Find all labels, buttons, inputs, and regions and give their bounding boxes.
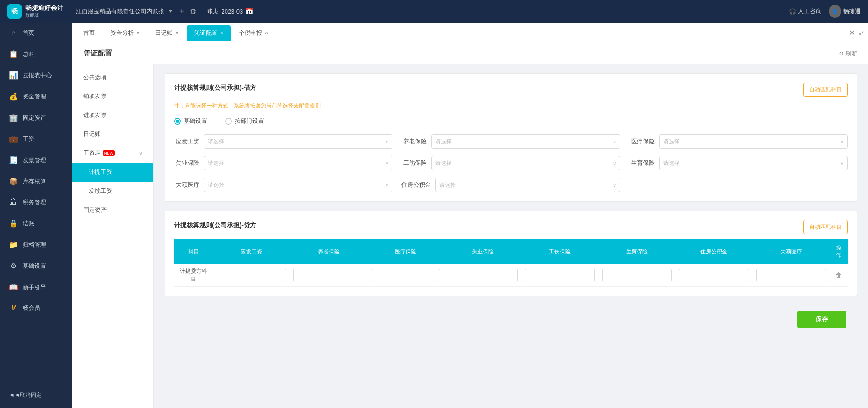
tab-tax-close[interactable]: × xyxy=(265,30,268,36)
page-header: 凭证配置 ↻ 刷新 xyxy=(72,43,868,64)
sidebar-bottom: ◄◄取消固定 xyxy=(0,382,72,408)
avatar: 👤 xyxy=(829,5,841,18)
input-credit-yingfa[interactable] xyxy=(217,269,287,281)
select-gongshang-arrow: ∨ xyxy=(613,161,616,166)
input-credit-dae[interactable] xyxy=(756,269,826,281)
tab-voucher-close[interactable]: × xyxy=(220,30,223,36)
company-name: 江西服宝精品有限责任公司内账张 xyxy=(76,7,164,15)
tab-fund[interactable]: 资金分析 × xyxy=(103,25,147,41)
sub-item-public-label: 公共选项 xyxy=(83,74,107,80)
period-selector[interactable]: 账期 2023-03 📅 xyxy=(207,7,254,15)
radio-dept[interactable]: 按部门设置 xyxy=(225,117,264,125)
col-gjj: 住房公积金 xyxy=(675,239,753,264)
sub-item-journal-label: 日记账 xyxy=(83,131,101,137)
sidebar-item-inventory[interactable]: 📦 库存核算 xyxy=(0,171,72,192)
select-yiliao[interactable]: 请选择 ∨ xyxy=(659,134,848,149)
sub-item-fixed-assets[interactable]: 固定资产 xyxy=(72,201,153,220)
select-yingfa[interactable]: 请选择 ∨ xyxy=(204,134,392,149)
sidebar-item-archive[interactable]: 📁 归档管理 xyxy=(0,234,72,255)
guide-icon: 📖 xyxy=(9,283,18,291)
tab-voucher-label: 凭证配置 xyxy=(194,29,217,37)
sidebar-label-reports: 云报表中心 xyxy=(23,71,52,80)
sub-item-journal[interactable]: 日记账 xyxy=(72,125,153,144)
sidebar-item-home[interactable]: ⌂ 首页 xyxy=(0,23,72,43)
cancel-fixed-btn[interactable]: ◄◄取消固定 xyxy=(0,387,72,403)
tab-journal-close[interactable]: × xyxy=(175,30,179,36)
sidebar-item-ledger[interactable]: 📋 总账 xyxy=(0,43,72,65)
cell-shengyu xyxy=(599,264,676,287)
col-shiye: 失业保险 xyxy=(444,239,521,264)
select-shiye[interactable]: 请选择 ∨ xyxy=(204,156,392,170)
sidebar-item-salary[interactable]: 💼 工资 xyxy=(0,128,72,150)
label-yanglao: 养老保险 xyxy=(401,137,427,145)
sidebar-item-guide[interactable]: 📖 新手引导 xyxy=(0,277,72,298)
tab-fund-close[interactable]: × xyxy=(137,30,140,36)
refresh-btn[interactable]: ↻ 刷新 xyxy=(839,50,857,58)
select-yanglao-arrow: ∨ xyxy=(613,139,616,144)
sub-item-accrue-salary[interactable]: 计提工资 xyxy=(72,163,153,182)
select-yingfa-arrow: ∨ xyxy=(385,139,388,144)
sidebar-item-vip[interactable]: V 畅会员 xyxy=(0,298,72,319)
col-shengyu: 生育保险 xyxy=(599,239,676,264)
sub-item-salary-table[interactable]: 工资表 NEW ∨ xyxy=(72,144,153,163)
tab-controls: ✕ ⤢ xyxy=(849,28,864,37)
tab-tax[interactable]: 个税申报 × xyxy=(231,25,275,41)
sub-item-purchase-label: 进项发票 xyxy=(83,112,107,118)
input-credit-shengyu[interactable] xyxy=(602,269,672,281)
settings-icon[interactable]: ⚙ xyxy=(190,7,196,16)
sidebar-item-basic[interactable]: ⚙ 基础设置 xyxy=(0,255,72,277)
select-gjj[interactable]: 请选择 ∨ xyxy=(435,178,620,192)
cell-shiye xyxy=(444,264,521,287)
fund-icon: 💰 xyxy=(9,92,18,101)
delete-icon[interactable]: 🗑 xyxy=(835,272,842,279)
sidebar-item-reports[interactable]: 📊 云报表中心 xyxy=(0,65,72,86)
sub-item-public[interactable]: 公共选项 xyxy=(72,68,153,87)
col-yanglao: 养老保险 xyxy=(290,239,367,264)
sidebar-item-assets[interactable]: 🏢 固定资产 xyxy=(0,107,72,128)
sub-item-pay-salary[interactable]: 发放工资 xyxy=(72,182,153,201)
credit-auto-match-btn[interactable]: 自动匹配科目 xyxy=(803,220,848,234)
consult-btn[interactable]: 🎧 人工咨询 xyxy=(789,7,821,15)
select-gongshang[interactable]: 请选择 ∨ xyxy=(431,156,620,170)
sidebar-item-invoice[interactable]: 🧾 发票管理 xyxy=(0,150,72,171)
input-credit-gongshang[interactable] xyxy=(525,269,595,281)
form-item-yiliao: 医疗保险 请选择 ∨ xyxy=(629,134,848,149)
sub-item-sales-invoice[interactable]: 销项发票 xyxy=(72,87,153,106)
tab-home[interactable]: 首页 xyxy=(76,25,102,41)
sidebar-item-fund[interactable]: 💰 资金管理 xyxy=(0,86,72,107)
sidebar-item-close[interactable]: 🔒 结账 xyxy=(0,213,72,234)
sidebar-label-tax: 税务管理 xyxy=(23,198,46,206)
radio-basic[interactable]: 基础设置 xyxy=(174,117,207,125)
user-profile[interactable]: 👤 畅捷通 xyxy=(829,5,861,18)
radio-group: 基础设置 按部门设置 xyxy=(174,117,848,125)
tab-fund-label: 资金分析 xyxy=(110,29,134,37)
sidebar-item-tax[interactable]: 🏛 税务管理 xyxy=(0,192,72,213)
debit-auto-match-btn[interactable]: 自动匹配科目 xyxy=(803,83,848,97)
company-selector[interactable]: 江西服宝精品有限责任公司内账张 xyxy=(76,7,172,15)
user-name: 畅捷通 xyxy=(843,7,861,15)
input-credit-shiye[interactable] xyxy=(448,269,518,281)
add-account-btn[interactable]: + xyxy=(179,7,184,16)
cell-gongshang xyxy=(521,264,599,287)
select-dae[interactable]: 请选择 ∨ xyxy=(204,178,392,192)
select-shengyu[interactable]: 请选择 ∨ xyxy=(659,156,848,170)
top-bar: 畅 畅捷通好会计 旗舰版 江西服宝精品有限责任公司内账张 + ⚙ 账期 2023… xyxy=(0,0,868,23)
tab-voucher-config[interactable]: 凭证配置 × xyxy=(187,25,231,41)
label-yiliao: 医疗保险 xyxy=(629,137,655,145)
logo-area: 畅 畅捷通好会计 旗舰版 xyxy=(7,4,71,19)
select-gongshang-placeholder: 请选择 xyxy=(435,159,452,167)
tab-close-all-icon[interactable]: ✕ xyxy=(849,28,855,37)
select-yanglao[interactable]: 请选择 ∨ xyxy=(431,134,620,149)
row-subject-label: 计提贷方科目 xyxy=(174,264,213,287)
select-yanglao-placeholder: 请选择 xyxy=(435,138,452,145)
input-credit-yiliao[interactable] xyxy=(371,269,441,281)
company-dropdown-icon xyxy=(169,10,172,13)
input-credit-gjj[interactable] xyxy=(679,269,749,281)
input-credit-yanglao[interactable] xyxy=(293,269,363,281)
cell-dae xyxy=(753,264,830,287)
save-btn[interactable]: 保存 xyxy=(797,311,846,328)
debit-section-note: 注：只能选择一种方式，系统将按照您当前的选择来配置规则 xyxy=(174,102,848,110)
sub-item-purchase-invoice[interactable]: 进项发票 xyxy=(72,106,153,125)
tab-journal[interactable]: 日记账 × xyxy=(148,25,186,41)
tab-expand-icon[interactable]: ⤢ xyxy=(859,28,864,37)
